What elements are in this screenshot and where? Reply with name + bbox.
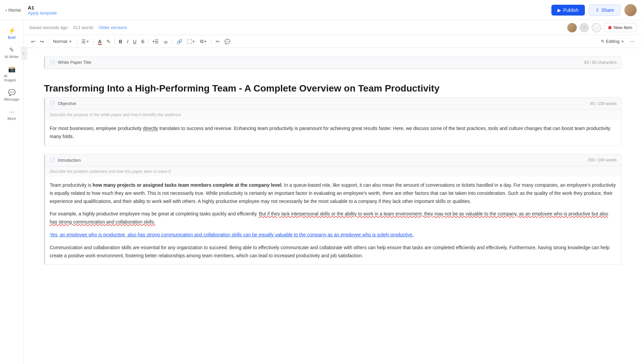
title-char-count: 83 / 60 characters [584,60,617,65]
sidebar: ⚡ Brief ✎ AI Writer 📸 AI Images 💬 Messag… [0,20,24,364]
more-icon: ⋯ [9,108,15,115]
sub-toolbar-left: Saved seconds ago 311 words Older versio… [29,25,127,30]
introduction-content[interactable]: Team productivity is how many projects o… [45,177,621,264]
align-button[interactable]: ☰ ▼ [79,37,92,46]
numbered-list-button[interactable]: ⚌ [162,37,170,46]
strikethrough-icon: S [141,39,144,44]
introduction-description: Describe the problem statement and how t… [45,166,621,177]
table-chevron: ▼ [204,40,207,44]
sidebar-item-ai-images[interactable]: 📸 AI Images [2,63,22,85]
intro-para-4: Communication and collaboration skills a… [50,244,617,260]
intro-para-1: Team productivity is how many projects o… [50,181,617,205]
sidebar-item-brief[interactable]: ⚡ Brief [2,24,22,42]
toolbar-separator-2 [77,38,77,45]
toolbar-separator-5 [148,38,149,45]
comment-button[interactable]: 💬 [222,37,232,46]
toolbar-separator-6 [172,38,172,45]
introduction-section-name: Introduction [58,158,81,163]
comment-icon: 💬 [224,39,230,44]
text-color-button[interactable]: A [96,37,104,46]
formatting-toolbar: ↩ ↪ Normal ▼ ☰ ▼ A ✎ B [24,35,642,48]
clear-format-icon: ✂ [216,39,220,44]
share-button[interactable]: ⇧ Share [589,4,620,16]
italic-button[interactable]: I [125,37,130,46]
style-dropdown[interactable]: Normal ▼ [50,37,75,45]
underline-word: directly [143,126,158,131]
document-title[interactable]: Transforming Into a High-Performing Team… [44,77,622,97]
redo-button[interactable]: ↪ [38,37,46,46]
objective-content[interactable]: For most businesses, employee productivi… [45,120,621,146]
table-icon: ⧉ [200,38,204,44]
clear-format-button[interactable]: ✂ [214,37,222,46]
intro-para1-prefix: Team productivity is [50,182,93,188]
more-options-button[interactable]: ⋯ [628,37,637,46]
sidebar-label-ai-writer: AI Writer [4,55,19,59]
sidebar-item-ai-writer[interactable]: ✎ AI Writer [2,44,22,61]
link-button[interactable]: 🔗 [174,37,184,46]
brief-icon: ⚡ [8,27,16,34]
top-bar: ‹ Home A1 Apply template ▶ Publish ⇧ Sha… [0,0,642,20]
sidebar-collapse-button[interactable]: › [21,47,27,59]
new-item-button[interactable]: New Item [604,23,637,32]
style-chevron: ▼ [69,40,72,44]
bold-icon: B [119,39,122,44]
publish-label: Publish [563,7,579,13]
avatar[interactable] [624,4,637,16]
intro-para3-text: Yes, an employee who is productive, also… [50,232,414,237]
title-section-header-left: 📄 White Paper Title [50,60,91,65]
introduction-icon: 📄 [50,158,55,163]
underline-button[interactable]: U [131,37,139,46]
highlight-button[interactable]: ✎ [104,37,113,46]
image-chevron: ▼ [192,40,195,44]
apply-template-link[interactable]: Apply template [28,10,57,16]
ai-writer-icon: ✎ [9,46,14,54]
word-count: 311 words [73,25,93,30]
pencil-icon: ✎ [601,39,604,44]
home-label: Home [8,7,21,13]
bullet-icon: •☰ [153,39,159,44]
objective-section-header-left: 📄 Objective [50,101,76,106]
ai-images-icon: 📸 [8,66,16,73]
align-chevron: ▼ [86,40,90,44]
italic-icon: I [127,39,128,44]
content-area: Saved seconds ago 311 words Older versio… [24,20,642,364]
publish-icon: ▶ [557,7,561,13]
objective-section-block: 📄 Objective 40 / 100 words Describe the … [44,97,622,146]
style-label: Normal [53,39,67,44]
introduction-section-block: 📄 Introduction 259 / 200 words Describe … [44,154,622,265]
title-section-block: 📄 White Paper Title 83 / 60 characters [44,56,622,69]
objective-description: Describe the purpose of the white paper … [45,110,621,120]
document-icon: 📄 [50,60,55,65]
introduction-word-count: 259 / 200 words [588,158,617,162]
saved-status: Saved seconds ago [29,25,68,30]
editing-label: Editing [606,39,619,44]
align-icon: ☰ [81,39,86,44]
numbered-icon: ⚌ [164,39,168,44]
bold-button[interactable]: B [117,37,124,46]
editing-dropdown[interactable]: ✎ Editing ▼ [598,37,627,45]
home-link[interactable]: ‹ Home [5,7,21,13]
share-icon: ⇧ [595,7,599,13]
image-button[interactable]: ⛶ ▼ [185,37,197,46]
strikethrough-button[interactable]: S [139,37,146,46]
breadcrumb-area: A1 Apply template [28,5,57,16]
publish-button[interactable]: ▶ Publish [551,5,585,16]
sidebar-item-more[interactable]: ⋯ More [2,105,22,123]
sidebar-item-message[interactable]: 💬 Message [2,86,22,104]
editor-area[interactable]: 📄 White Paper Title 83 / 60 characters T… [24,48,642,364]
intro-para1-bold: how many projects or assigned tasks team… [93,182,282,188]
bullet-list-button[interactable]: •☰ [151,37,161,46]
undo-button[interactable]: ↩ [29,37,37,46]
table-button[interactable]: ⧉ ▼ [198,37,209,46]
message-icon: 💬 [8,89,16,96]
objective-section-header: 📄 Objective 40 / 100 words [45,98,621,110]
intro-para-3: Yes, an employee who is productive, also… [50,231,617,239]
toolbar-separator-3 [94,38,94,45]
sidebar-label-brief: Brief [8,35,16,40]
older-versions-link[interactable]: Older versions [99,25,127,30]
introduction-section-header: 📄 Introduction 259 / 200 words [45,154,621,166]
intro-para4-text: Communication and collaboration skills a… [50,245,610,258]
chevron-left-icon: ‹ [5,7,7,13]
intro-para2-prefix: For example, a highly productive employe… [50,211,259,216]
collaborator-avatar-1 [567,23,577,32]
